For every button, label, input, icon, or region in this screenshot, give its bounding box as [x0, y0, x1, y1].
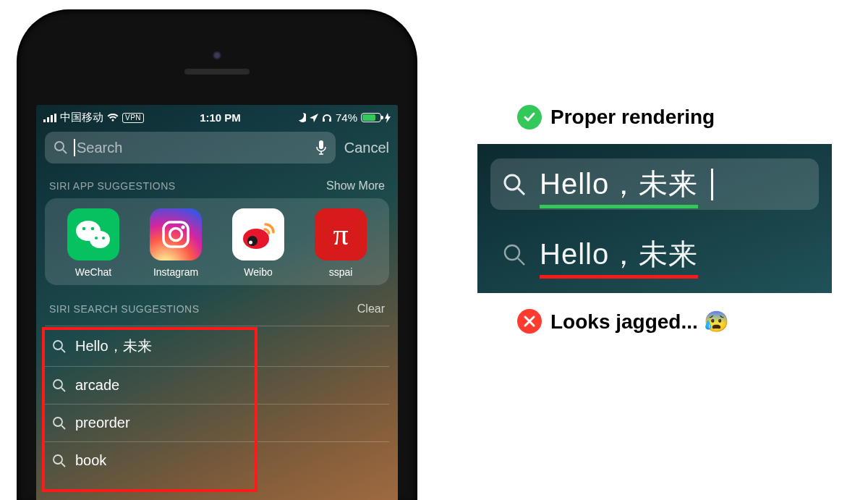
suggestion-text: Hello，未来: [75, 336, 152, 356]
show-more-button[interactable]: Show More: [326, 179, 385, 192]
svg-point-12: [102, 237, 105, 240]
section-title: SIRI SEARCH SUGGESTIONS: [49, 303, 200, 315]
clock-label: 1:10 PM: [200, 111, 241, 124]
vpn-badge: VPN: [122, 113, 144, 123]
svg-rect-6: [319, 140, 323, 149]
proper-rendering-sample: Hello，未来: [490, 158, 819, 210]
app-label: WeChat: [75, 266, 111, 278]
svg-point-15: [181, 225, 184, 229]
signal-icon: [43, 114, 56, 122]
app-label: Weibo: [244, 266, 272, 278]
svg-point-21: [54, 380, 62, 389]
cancel-button[interactable]: Cancel: [344, 140, 389, 156]
looks-jagged-caption: Looks jagged... 😰: [517, 309, 839, 334]
charging-icon: [385, 113, 391, 123]
caption-text: Looks jagged... 😰: [550, 310, 729, 334]
search-icon: [52, 339, 67, 354]
svg-line-22: [61, 388, 65, 391]
svg-point-10: [91, 227, 95, 231]
search-icon: [502, 242, 527, 267]
search-suggestion-item[interactable]: arcade: [45, 366, 389, 404]
phone-screen: 中国移动 VPN 1:10 PM 74% Search: [36, 105, 398, 500]
svg-rect-0: [43, 119, 46, 122]
search-suggestions-header: SIRI SEARCH SUGGESTIONS Clear: [36, 295, 398, 321]
wechat-icon: [67, 208, 119, 260]
location-icon: [310, 114, 318, 122]
suggestion-text: preorder: [75, 415, 130, 431]
jagged-rendering-sample: Hello，未来: [490, 234, 819, 274]
search-icon: [52, 378, 67, 393]
svg-point-23: [54, 418, 62, 426]
headphones-icon: [322, 113, 332, 122]
sspai-icon: π: [315, 208, 367, 260]
suggested-app-sspai[interactable]: π sspai: [305, 208, 377, 278]
search-placeholder: Search: [77, 140, 315, 156]
svg-rect-13: [163, 222, 188, 247]
search-icon: [502, 172, 527, 197]
search-suggestion-item[interactable]: Hello，未来: [45, 326, 389, 366]
battery-percent-label: 74%: [336, 111, 357, 124]
comparison-panel: Proper rendering Hello，未来 Hello，未来 Looks…: [477, 105, 839, 334]
sample-text: Hello，未来: [540, 164, 698, 204]
proper-rendering-caption: Proper rendering: [517, 105, 839, 130]
sample-text: Hello，未来: [540, 234, 698, 274]
svg-point-18: [249, 241, 252, 245]
svg-rect-2: [51, 115, 53, 122]
search-suggestion-item[interactable]: preorder: [45, 404, 389, 441]
moon-icon: [297, 113, 306, 122]
svg-point-8: [90, 231, 110, 248]
suggested-app-wechat[interactable]: WeChat: [57, 208, 129, 278]
suggested-app-weibo[interactable]: Weibo: [222, 208, 294, 278]
clear-button[interactable]: Clear: [357, 302, 385, 315]
svg-point-19: [54, 341, 62, 349]
svg-point-25: [54, 455, 62, 464]
search-suggestions-list: Hello，未来 arcade preorder book: [45, 326, 389, 479]
app-suggestions-header: SIRI APP SUGGESTIONS Show More: [36, 172, 398, 198]
svg-point-4: [55, 142, 64, 151]
svg-line-20: [61, 349, 65, 352]
wifi-icon: [107, 114, 119, 122]
cross-badge-icon: [517, 309, 542, 334]
svg-rect-1: [47, 117, 49, 122]
search-row: Search Cancel: [36, 129, 398, 172]
svg-line-26: [61, 463, 65, 467]
suggestion-text: arcade: [75, 377, 119, 394]
checkmark-badge-icon: [517, 105, 542, 130]
weibo-icon: [232, 208, 284, 260]
green-underline-annotation: [540, 205, 698, 208]
app-label: sspai: [329, 266, 353, 278]
status-bar: 中国移动 VPN 1:10 PM 74%: [36, 105, 398, 129]
iphone-frame: 中国移动 VPN 1:10 PM 74% Search: [18, 11, 416, 500]
svg-point-14: [170, 229, 182, 241]
search-suggestion-item[interactable]: book: [45, 441, 389, 479]
svg-line-5: [63, 150, 67, 153]
microphone-icon[interactable]: [315, 140, 327, 156]
svg-point-27: [505, 175, 519, 190]
svg-point-17: [247, 236, 258, 246]
caption-text: Proper rendering: [550, 106, 715, 129]
svg-point-11: [95, 237, 98, 240]
search-icon: [52, 454, 67, 468]
search-icon: [52, 416, 67, 431]
svg-point-9: [82, 227, 86, 231]
red-underline-annotation: [540, 275, 698, 279]
text-cursor: [74, 139, 75, 156]
app-label: Instagram: [153, 266, 198, 278]
carrier-label: 中国移动: [60, 111, 103, 124]
battery-icon: [361, 113, 381, 122]
svg-line-24: [61, 425, 65, 429]
spotlight-search-input[interactable]: Search: [45, 132, 336, 164]
search-icon: [54, 140, 68, 155]
svg-rect-3: [54, 114, 56, 122]
section-title: SIRI APP SUGGESTIONS: [49, 180, 176, 192]
comparison-image: Hello，未来 Hello，未来: [477, 144, 832, 293]
instagram-icon: [150, 208, 202, 260]
suggested-app-instagram[interactable]: Instagram: [140, 208, 212, 278]
svg-line-28: [518, 188, 524, 195]
svg-line-30: [518, 258, 524, 265]
text-cursor: [711, 169, 713, 200]
svg-point-29: [505, 245, 519, 260]
suggestion-text: book: [75, 452, 106, 469]
app-suggestions-card: WeChat Instagram Weibo π sspai: [45, 198, 389, 285]
